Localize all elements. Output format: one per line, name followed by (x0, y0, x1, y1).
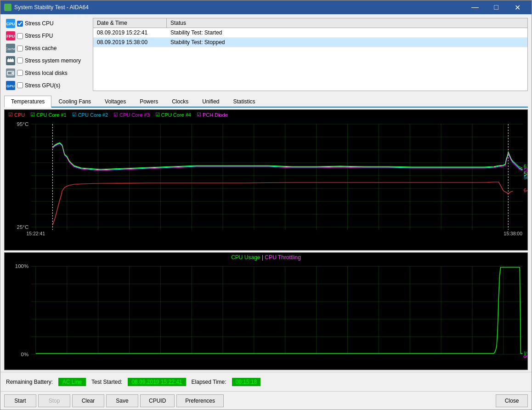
tabs-bar: Temperatures Cooling Fans Voltages Power… (4, 95, 528, 108)
start-button[interactable]: Start (4, 394, 36, 407)
tab-powers[interactable]: Powers (133, 96, 165, 108)
stress-memory-label: Stress system memory (25, 57, 81, 64)
stress-gpu-checkbox[interactable] (17, 82, 23, 88)
log-cell-status-0: Stability Test: Started (167, 28, 527, 37)
stress-gpu-item[interactable]: GPU Stress GPU(s) (4, 80, 89, 91)
cpuid-button[interactable]: CPUID (140, 394, 175, 407)
svg-rect-9 (10, 58, 11, 60)
legend-core4-label: CPU Core #4 (161, 112, 191, 118)
stress-options-panel: CPU Stress CPU FPU Stress FPU (4, 18, 89, 91)
legend-core1-label: CPU Core #1 (36, 112, 66, 118)
temperature-chart: ☑ CPU ☑ CPU Core #1 ☑ CPU Core #2 ☑ CPU … (4, 109, 528, 251)
legend-cpu-check: ☑ (8, 112, 13, 118)
svg-rect-53 (5, 262, 527, 363)
log-cell-datetime-1: 08.09.2019 15:38:00 (93, 38, 167, 47)
usage-chart: CPU Usage | CPU Throttling (4, 252, 528, 370)
legend-core4[interactable]: ☑ CPU Core #4 (155, 112, 191, 118)
log-panel: Date & Time Status 08.09.2019 15:22:41 S… (93, 18, 528, 91)
legend-cpu-label: CPU (14, 112, 25, 118)
legend-pch[interactable]: ☑ PCH Diode (197, 112, 228, 118)
status-bar: Remaining Battery: AC Line Test Started:… (0, 372, 532, 391)
battery-label: Remaining Battery: (6, 379, 53, 385)
log-header-status: Status (167, 18, 527, 28)
svg-text:64: 64 (524, 188, 527, 193)
svg-text:56: 56 (524, 175, 527, 180)
elapsed-value: 00:15:18 (232, 378, 261, 386)
svg-rect-16 (5, 120, 527, 239)
maximize-button[interactable]: □ (486, 0, 507, 14)
stress-cpu-label: Stress CPU (25, 20, 54, 27)
elapsed-label: Elapsed Time: (192, 379, 226, 385)
tab-statistics[interactable]: Statistics (226, 96, 262, 108)
legend-cpu[interactable]: ☑ CPU (8, 112, 25, 118)
save-button[interactable]: Save (106, 394, 138, 407)
tab-unified[interactable]: Unified (195, 96, 226, 108)
usage-chart-svg: 100% 0% 1% 0% (5, 262, 527, 363)
svg-text:Cache: Cache (6, 47, 15, 51)
stress-fpu-checkbox[interactable] (17, 33, 23, 39)
cache-icon: Cache (6, 44, 15, 53)
stress-memory-item[interactable]: Stress system memory (4, 55, 89, 66)
svg-text:100%: 100% (15, 264, 29, 269)
cpu-icon: CPU (6, 19, 15, 28)
legend-pch-label: PCH Diode (203, 112, 228, 118)
top-section: CPU Stress CPU FPU Stress FPU (0, 14, 532, 95)
tab-temperatures[interactable]: Temperatures (4, 96, 51, 108)
fpu-icon: FPU (6, 31, 15, 40)
svg-text:GPU: GPU (6, 84, 15, 88)
separator: | (262, 254, 263, 261)
svg-text:25°C: 25°C (17, 224, 29, 230)
legend-core3-check: ☑ (113, 112, 118, 118)
stress-cpu-item[interactable]: CPU Stress CPU (4, 18, 89, 29)
log-row-1[interactable]: 08.09.2019 15:38:00 Stability Test: Stop… (93, 38, 527, 47)
cpu-throttling-label: CPU Throttling (265, 254, 300, 261)
stress-disks-item[interactable]: Stress local disks (4, 67, 89, 79)
stress-gpu-label: Stress GPU(s) (25, 82, 60, 89)
legend-core1[interactable]: ☑ CPU Core #1 (30, 112, 66, 118)
stress-fpu-item[interactable]: FPU Stress FPU (4, 30, 89, 42)
legend-core4-check: ☑ (155, 112, 160, 118)
main-content: CPU Stress CPU FPU Stress FPU (0, 14, 532, 410)
tab-cooling-fans[interactable]: Cooling Fans (51, 96, 98, 108)
svg-text:15:38:00: 15:38:00 (504, 231, 522, 236)
preferences-button[interactable]: Preferences (176, 394, 224, 407)
title-bar-controls: — □ ✕ (464, 0, 528, 14)
stress-disks-label: Stress local disks (25, 70, 68, 76)
clear-button[interactable]: Clear (72, 394, 104, 407)
legend-core1-check: ☑ (30, 112, 35, 118)
close-button[interactable]: Close (496, 394, 528, 407)
legend-core3[interactable]: ☑ CPU Core #3 (113, 112, 149, 118)
title-bar: System Stability Test - AIDA64 — □ ✕ (0, 0, 532, 14)
test-started-label: Test Started: (91, 379, 122, 385)
svg-rect-8 (8, 58, 9, 60)
legend-core3-label: CPU Core #3 (119, 112, 149, 118)
close-window-button[interactable]: ✕ (507, 0, 528, 14)
log-header: Date & Time Status (93, 18, 527, 28)
minimize-button[interactable]: — (464, 0, 486, 14)
stop-button[interactable]: Stop (38, 394, 70, 407)
stress-cache-label: Stress cache (25, 45, 57, 51)
log-header-datetime: Date & Time (93, 18, 167, 28)
stress-cpu-checkbox[interactable] (17, 21, 23, 27)
svg-text:0%: 0% (524, 354, 527, 359)
legend-pch-check: ☑ (197, 112, 201, 118)
usage-chart-title: CPU Usage | CPU Throttling (5, 253, 527, 262)
main-window: System Stability Test - AIDA64 — □ ✕ CPU… (0, 0, 532, 410)
log-row-0[interactable]: 08.09.2019 15:22:41 Stability Test: Star… (93, 28, 527, 38)
stress-cache-item[interactable]: Cache Stress cache (4, 43, 89, 54)
stress-cache-checkbox[interactable] (17, 46, 23, 51)
stress-memory-checkbox[interactable] (17, 57, 23, 63)
title-bar-left: System Stability Test - AIDA64 (4, 4, 89, 11)
app-icon (4, 4, 11, 11)
memory-icon (6, 56, 15, 65)
svg-text:FPU: FPU (6, 34, 15, 39)
tab-clocks[interactable]: Clocks (165, 96, 195, 108)
stress-disks-checkbox[interactable] (17, 70, 23, 76)
tabs-section: Temperatures Cooling Fans Voltages Power… (0, 95, 532, 108)
test-started-value: 08.09.2019 15:22:41 (128, 378, 186, 386)
log-cell-status-1: Stability Test: Stopped (167, 38, 527, 47)
battery-value: AC Line (58, 378, 86, 386)
temp-chart-legend: ☑ CPU ☑ CPU Core #1 ☑ CPU Core #2 ☑ CPU … (5, 110, 527, 120)
legend-core2[interactable]: ☑ CPU Core #2 (72, 112, 108, 118)
tab-voltages[interactable]: Voltages (98, 96, 133, 108)
